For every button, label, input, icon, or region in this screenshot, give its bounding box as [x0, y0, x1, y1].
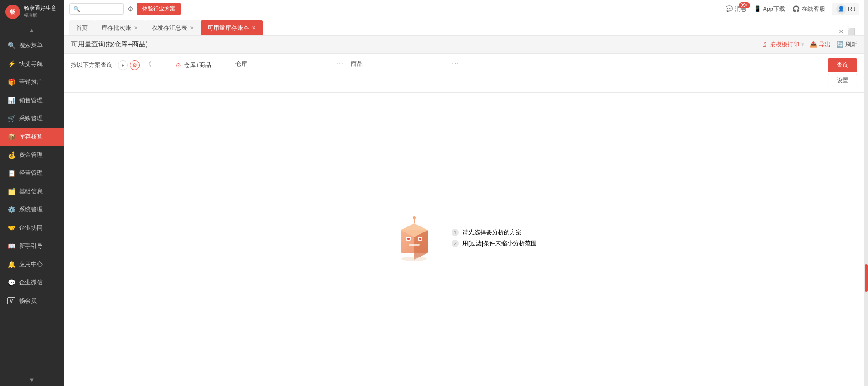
refresh-icon: 🔄 — [836, 41, 843, 48]
sidebar-item-label: 营销推广 — [19, 78, 43, 86]
step-1-text: 请先选择要分析的方案 — [462, 228, 522, 237]
phone-icon: 📱 — [754, 5, 761, 12]
purchase-icon: 🛒 — [7, 115, 15, 122]
warehouse-input[interactable] — [251, 58, 333, 69]
maximize-icon[interactable]: ⬜ — [848, 28, 855, 35]
sidebar-item-newbie[interactable]: 📖 新手引导 — [0, 237, 64, 255]
settings-icon[interactable]: ⚙ — [127, 5, 133, 13]
message-icon: 💬 — [726, 5, 733, 12]
sidebar-item-finance[interactable]: 💰 资金管理 — [0, 146, 64, 164]
tab-label: 收发存汇总表 — [152, 24, 187, 32]
user-avatar: 👤 — [836, 4, 846, 14]
headset-icon: 🎧 — [792, 5, 800, 12]
empty-content: 1 请先选择要分析的方案 2 用[过滤]条件来缩小分析范围 — [391, 216, 537, 262]
sidebar-item-label: 基础信息 — [19, 187, 43, 196]
tab-bar: 首页 库存批次账 ✕ 收发存汇总表 ✕ 可用量库存账本 ✕ ✕ ⬜ — [64, 18, 864, 36]
tab-available-ledger[interactable]: 可用量库存账本 ✕ — [201, 20, 263, 35]
search-placeholder — [82, 5, 104, 13]
sidebar: 畅 畅康通好生意 标准版 ▲ 🔍 搜索菜单 ⚡ 快捷导航 🎁 营销推广 📊 销售… — [0, 0, 64, 386]
app-download-button[interactable]: 📱 App下载 — [754, 5, 785, 13]
empty-state: 1 请先选择要分析的方案 2 用[过滤]条件来缩小分析范围 — [64, 93, 864, 386]
close-window-icon[interactable]: ✕ — [838, 28, 844, 35]
chevron-down-icon: ▾ — [801, 41, 804, 48]
product-input[interactable] — [366, 58, 448, 69]
topbar: 🔍 ⚙ 体验行业方案 💬 消息 99+ 📱 App下载 🎧 在线客服 👤 Rit — [64, 0, 864, 18]
finance-icon: 💰 — [7, 151, 15, 159]
sidebar-nav: 🔍 搜索菜单 ⚡ 快捷导航 🎁 营销推广 📊 销售管理 🛒 采购管理 📦 库存核… — [0, 36, 64, 374]
app-name: 畅康通好生意 — [24, 5, 56, 12]
right-scrollbar[interactable] — [864, 0, 868, 386]
scheme-item-warehouse-product[interactable]: ⊙ 仓库+商品 — [170, 58, 217, 72]
page-actions: 🖨 按模板打印 ▾ 📤 导出 🔄 刷新 — [762, 41, 857, 49]
system-icon: ⚙️ — [7, 206, 15, 213]
scheme-item-label: 仓库+商品 — [184, 61, 211, 69]
svg-rect-7 — [409, 244, 420, 246]
member-icon: V — [7, 297, 15, 304]
query-button[interactable]: 查询 — [828, 58, 857, 72]
print-label: 按模板打印 — [770, 41, 799, 49]
sidebar-item-sales[interactable]: 📊 销售管理 — [0, 91, 64, 109]
sidebar-item-operation[interactable]: 📋 经营管理 — [0, 164, 64, 182]
sidebar-item-label: 资金管理 — [19, 151, 43, 159]
sidebar-item-basic[interactable]: 🗂️ 基础信息 — [0, 182, 64, 201]
tab-home[interactable]: 首页 — [69, 20, 95, 35]
sidebar-scroll-down[interactable]: ▼ — [0, 374, 64, 386]
sidebar-item-system[interactable]: ⚙️ 系统管理 — [0, 201, 64, 219]
sidebar-item-appcenter[interactable]: 🔔 应用中心 — [0, 255, 64, 273]
warehouse-label: 仓库 — [235, 60, 247, 68]
industry-solution-button[interactable]: 体验行业方案 — [137, 3, 181, 15]
tab-receive-summary[interactable]: 收发存汇总表 ✕ — [145, 20, 201, 35]
sidebar-item-label: 畅会员 — [19, 297, 37, 305]
sidebar-item-purchase[interactable]: 🛒 采购管理 — [0, 109, 64, 128]
tab-close-icon[interactable]: ✕ — [252, 25, 256, 31]
sidebar-item-label: 快捷导航 — [19, 60, 43, 68]
sidebar-item-label: 新手引导 — [19, 242, 43, 250]
sidebar-item-inventory[interactable]: 📦 库存核算 — [0, 128, 64, 146]
empty-text-block: 1 请先选择要分析的方案 2 用[过滤]条件来缩小分析范围 — [452, 228, 537, 250]
sidebar-scroll-up[interactable]: ▲ — [0, 24, 64, 36]
service-button[interactable]: 🎧 在线客服 — [792, 5, 825, 13]
warehouse-field: 仓库 ··· — [235, 58, 344, 69]
topbar-search-box[interactable]: 🔍 — [69, 3, 124, 15]
step-2-text: 用[过滤]条件来缩小分析范围 — [462, 239, 537, 247]
sidebar-header: 畅 畅康通好生意 标准版 — [0, 0, 64, 24]
app-logo: 畅 — [5, 5, 20, 19]
filter-icon-group: + ⚙ — [118, 58, 140, 70]
sidebar-item-search[interactable]: 🔍 搜索菜单 — [0, 36, 64, 55]
user-menu[interactable]: 👤 Rit — [832, 3, 859, 15]
sidebar-item-shortcut[interactable]: ⚡ 快捷导航 — [0, 55, 64, 73]
sidebar-item-label: 库存核算 — [19, 133, 43, 141]
appcenter-icon: 🔔 — [7, 261, 15, 268]
sidebar-item-member[interactable]: V 畅会员 — [0, 292, 64, 310]
tab-close-icon[interactable]: ✕ — [134, 25, 138, 31]
sidebar-item-label: 应用中心 — [19, 260, 43, 268]
collapse-panel-icon[interactable]: 《 — [145, 58, 152, 68]
basic-icon: 🗂️ — [7, 188, 15, 195]
message-badge: 99+ — [739, 2, 750, 8]
tab-close-icon[interactable]: ✕ — [190, 25, 194, 31]
filter-action-buttons: 查询 设置 — [828, 58, 857, 87]
message-button[interactable]: 💬 消息 99+ — [726, 5, 746, 13]
tab-inventory-batch[interactable]: 库存批次账 ✕ — [95, 20, 145, 35]
search-icon: 🔍 — [7, 42, 15, 49]
export-button[interactable]: 📤 导出 — [810, 41, 831, 49]
export-label: 导出 — [819, 41, 831, 49]
setting-button[interactable]: 设置 — [828, 74, 857, 87]
export-icon: 📤 — [810, 41, 817, 48]
sidebar-item-enterprise[interactable]: 🤝 企业协同 — [0, 219, 64, 237]
add-scheme-button[interactable]: + — [118, 60, 128, 70]
sidebar-item-wechat[interactable]: 💬 企业微信 — [0, 273, 64, 292]
refresh-button[interactable]: 🔄 刷新 — [836, 41, 857, 49]
sidebar-item-marketing[interactable]: 🎁 营销推广 — [0, 73, 64, 91]
app-download-label: App下载 — [763, 5, 785, 13]
print-button[interactable]: 🖨 按模板打印 ▾ — [762, 41, 804, 49]
window-controls: ✕ ⬜ — [838, 28, 859, 35]
refresh-label: 刷新 — [845, 41, 857, 49]
product-more-icon[interactable]: ··· — [452, 60, 459, 68]
operation-icon: 📋 — [7, 170, 15, 177]
warehouse-more-icon[interactable]: ··· — [336, 60, 344, 68]
svg-rect-5 — [407, 238, 410, 240]
filter-fields: 仓库 ··· 商品 ··· — [235, 58, 822, 69]
empty-illustration — [391, 216, 437, 262]
scheme-settings-button[interactable]: ⚙ — [130, 60, 140, 70]
